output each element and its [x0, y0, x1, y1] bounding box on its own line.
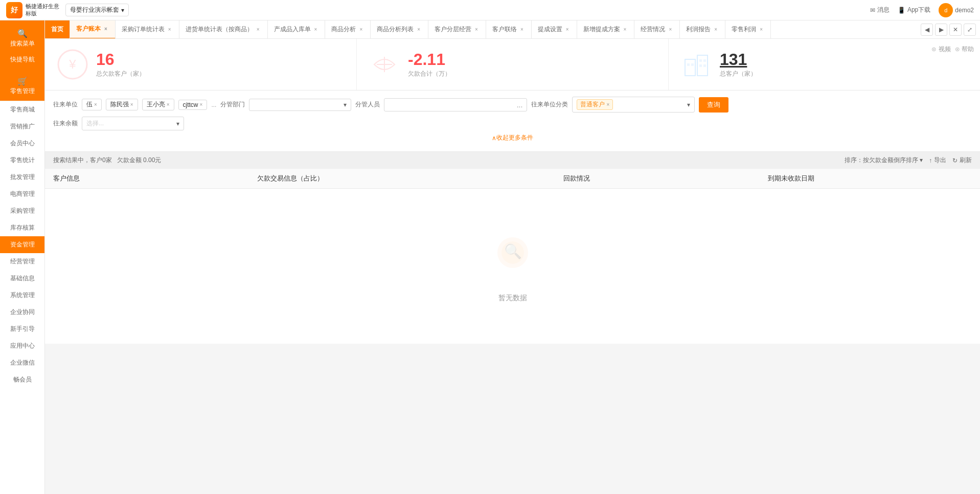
- class-select[interactable]: 普通客户 × ▾: [572, 97, 695, 113]
- filter-tag-close-unit1[interactable]: ×: [94, 102, 97, 107]
- video-link[interactable]: ⊙ 视频: [931, 45, 950, 54]
- tab-product-inbound[interactable]: 产成品入库单 ×: [268, 20, 326, 39]
- sidebar-item-operations[interactable]: 经营管理: [0, 253, 44, 270]
- tab-retail-profit[interactable]: 零售利润 ×: [725, 20, 771, 39]
- tab-profit-report[interactable]: 利润报告 ×: [680, 20, 725, 39]
- tab-customer-contact[interactable]: 客户联络 ×: [486, 20, 532, 39]
- sidebar-quick-nav[interactable]: 快捷导航: [0, 52, 44, 67]
- app-download-button[interactable]: 📱 App下载: [898, 6, 930, 14]
- sidebar-item-finance[interactable]: 资金管理: [0, 236, 44, 253]
- stat-icon-debt: [369, 49, 400, 80]
- message-button[interactable]: ✉ 消息: [870, 6, 890, 14]
- filter-more-units[interactable]: ...: [211, 101, 216, 108]
- svg-rect-9: [703, 59, 706, 62]
- tab-purchase-stats[interactable]: 进货单统计表（按商品） ×: [179, 20, 268, 39]
- sidebar-item-member-center[interactable]: 会员中心: [0, 135, 44, 152]
- stat-icon-building: [681, 49, 712, 80]
- svg-rect-6: [687, 63, 690, 66]
- sidebar-item-newbie-guide[interactable]: 新手引导: [0, 321, 44, 338]
- class-tag-normal: 普通客户 ×: [577, 99, 613, 110]
- filter-tag-unit4: cjttcw ×: [178, 100, 208, 110]
- export-icon: ↑: [929, 157, 932, 164]
- sidebar-search[interactable]: 🔍 搜索菜单: [0, 25, 44, 52]
- class-tag-close[interactable]: ×: [606, 102, 609, 107]
- export-button[interactable]: ↑ 导出: [929, 156, 946, 165]
- empty-icon: 🔍: [490, 230, 536, 285]
- logo-icon: 好: [6, 2, 22, 18]
- tab-close-customer-ledger[interactable]: ×: [103, 26, 109, 32]
- tab-close-all[interactable]: ✕: [949, 24, 962, 36]
- sidebar-item-retail[interactable]: 🛒 零售管理: [0, 71, 44, 101]
- tab-close-add-commission[interactable]: ×: [622, 26, 628, 33]
- filter-tag-close-unit3[interactable]: ×: [167, 102, 170, 107]
- tab-close-profit-report[interactable]: ×: [713, 26, 719, 33]
- results-actions: 排序：按欠款金额倒序排序 ▾ ↑ 导出 ↻ 刷新: [845, 156, 972, 165]
- sidebar-item-enterprise-collab[interactable]: 企业协同: [0, 304, 44, 321]
- sidebar-item-marketing[interactable]: 营销推广: [0, 118, 44, 135]
- balance-select[interactable]: 选择... ▾: [82, 117, 184, 130]
- filter-tag-close-unit4[interactable]: ×: [200, 102, 203, 107]
- empty-state: 🔍 暂无数据: [45, 189, 980, 344]
- retail-icon: 🛒: [17, 76, 28, 86]
- results-bar: 搜索结果中，客户0家 欠款金额 0.00元 排序：按欠款金额倒序排序 ▾ ↑ 导…: [45, 152, 980, 169]
- sidebar-item-inventory[interactable]: 库存核算: [0, 219, 44, 236]
- dept-select[interactable]: ▾: [249, 99, 351, 111]
- sidebar-item-app-center[interactable]: 应用中心: [0, 338, 44, 354]
- stat-help-links: ⊙ 视频 ⊙ 帮助: [931, 45, 974, 54]
- tab-close-product-analysis[interactable]: ×: [358, 26, 364, 33]
- tab-close-product-inbound[interactable]: ×: [313, 26, 319, 33]
- tab-close-purchase-stats[interactable]: ×: [255, 26, 261, 33]
- results-summary: 搜索结果中，客户0家 欠款金额 0.00元: [53, 156, 161, 165]
- tab-close-customer-segment[interactable]: ×: [473, 26, 480, 33]
- filter-tag-unit3: 王小亮 ×: [142, 99, 174, 110]
- sidebar-item-ecommerce[interactable]: 电商管理: [0, 186, 44, 203]
- sidebar-item-purchase[interactable]: 采购管理: [0, 203, 44, 219]
- stat-card-customers: ¥ 16 总欠款客户（家）: [45, 39, 357, 90]
- tab-close-purchase-order[interactable]: ×: [167, 26, 173, 33]
- sort-label[interactable]: 排序：按欠款金额倒序排序 ▾: [845, 156, 923, 165]
- sidebar-item-system[interactable]: 系统管理: [0, 287, 44, 304]
- svg-text:🔍: 🔍: [504, 243, 521, 260]
- person-select[interactable]: ...: [384, 98, 527, 111]
- sidebar-item-basic-info[interactable]: 基础信息: [0, 270, 44, 287]
- refresh-button[interactable]: ↻ 刷新: [952, 156, 972, 165]
- query-button[interactable]: 查询: [699, 97, 728, 113]
- tab-commission-settings[interactable]: 提成设置 ×: [532, 20, 577, 39]
- tab-close-operations[interactable]: ×: [667, 26, 673, 33]
- table-col-customer-info: 客户信息: [53, 174, 257, 183]
- stat-value-debt: -2.11: [408, 51, 451, 68]
- tab-product-analysis-list[interactable]: 商品分析列表 ×: [371, 20, 428, 39]
- tab-scroll-left[interactable]: ◀: [921, 24, 933, 36]
- tab-home[interactable]: 首页: [45, 20, 70, 39]
- tab-customer-ledger[interactable]: 客户账本 ×: [70, 20, 116, 39]
- tab-customer-segment[interactable]: 客户分层经营 ×: [428, 20, 486, 39]
- filter-row-2: 往来余额 选择... ▾: [53, 117, 972, 130]
- svg-rect-10: [699, 64, 702, 67]
- empty-label: 暂无数据: [498, 294, 527, 303]
- user-avatar[interactable]: d demo2: [939, 3, 974, 17]
- tab-close-retail-profit[interactable]: ×: [758, 26, 764, 33]
- dept-label: 分管部门: [220, 100, 245, 109]
- tab-purchase-order[interactable]: 采购订单统计表 ×: [116, 20, 179, 39]
- sidebar-item-changhui[interactable]: 畅会员: [0, 371, 44, 388]
- tab-operations[interactable]: 经营情况 ×: [634, 20, 680, 39]
- filter-tag-close-unit2[interactable]: ×: [130, 102, 133, 107]
- sidebar-item-retail-shop[interactable]: 零售商城: [0, 101, 44, 118]
- tab-close-customer-contact[interactable]: ×: [519, 26, 525, 33]
- sidebar-item-retail-stats[interactable]: 零售统计: [0, 152, 44, 169]
- help-link[interactable]: ⊙ 帮助: [955, 45, 974, 54]
- stat-value-total: 131: [720, 51, 757, 68]
- svg-rect-11: [703, 64, 706, 67]
- tab-maximize[interactable]: ⤢: [964, 24, 976, 36]
- filter-dots-person[interactable]: ...: [517, 101, 523, 109]
- tab-add-commission[interactable]: 新增提成方案 ×: [577, 20, 635, 39]
- collapse-button[interactable]: ∧ 收起更多条件: [53, 130, 972, 145]
- tab-product-analysis[interactable]: 商品分析 ×: [325, 20, 371, 39]
- tab-scroll-right[interactable]: ▶: [935, 24, 947, 36]
- tab-close-commission-settings[interactable]: ×: [564, 26, 571, 33]
- account-selector[interactable]: 母婴行业演示帐套 ▾: [65, 4, 129, 16]
- sidebar-item-enterprise-wechat[interactable]: 企业微信: [0, 354, 44, 371]
- tab-close-product-analysis-list[interactable]: ×: [416, 26, 422, 33]
- sidebar-item-wholesale[interactable]: 批发管理: [0, 169, 44, 186]
- logo-text: 畅捷通好生意 标版: [26, 3, 59, 16]
